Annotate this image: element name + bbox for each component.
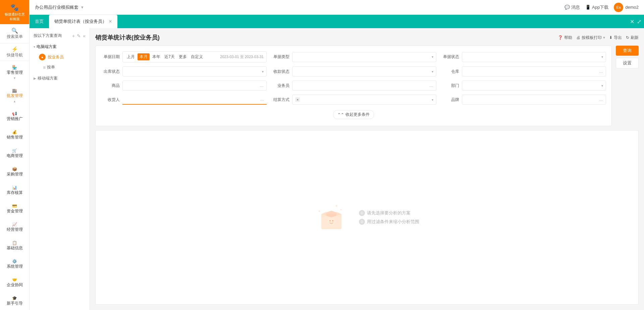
empty-tip-2: ② 用过滤条件来缩小分析范围 <box>359 219 419 225</box>
tab-bar-actions: ✕ ⤢ <box>630 18 644 25</box>
empty-state-inner: ✦ ✦ ✦ ① 请先选择要分析的方案 ② 用过滤条件来缩小分析 <box>315 201 419 234</box>
tab-sales-report[interactable]: 销货单统计表（按业务员） ✕ <box>49 15 117 28</box>
date-btn-this-month[interactable]: 本月 <box>138 53 150 60</box>
sidebar-item-basic[interactable]: 📋 基础信息 <box>0 237 29 255</box>
salesperson-more-icon[interactable]: … <box>429 83 433 88</box>
goods-more-icon[interactable]: … <box>260 83 264 88</box>
sidebar-item-sales[interactable]: 💰 销售管理 <box>0 126 29 144</box>
warehouse-more-icon[interactable]: … <box>599 69 603 74</box>
sidebar-item-newbie[interactable]: 🎓 新手引导 <box>0 292 29 310</box>
avatar: Ea <box>614 3 623 12</box>
mobile-plan-group[interactable]: ▶ 移动端方案 <box>30 73 90 83</box>
logo-text: 畅捷通好生意 <box>1 12 28 17</box>
pay-status-input[interactable]: ▾ <box>292 66 436 76</box>
doc-status-label: 单据状态 <box>440 54 459 60</box>
dept-field: 部门 ▾ <box>440 81 606 91</box>
date-btn-this-year[interactable]: 本年 <box>151 53 162 60</box>
salesperson-input[interactable]: … <box>292 81 436 91</box>
date-btn-last-month[interactable]: 上月 <box>125 53 136 60</box>
settle-clear-tag[interactable]: × <box>295 97 300 102</box>
filter-row-3: 商品 … 业务员 … 部门 <box>101 81 606 91</box>
doc-status-dropdown-icon: ▾ <box>601 55 603 59</box>
tab-home[interactable]: 首页 <box>30 15 49 28</box>
plan-item-salesperson[interactable]: ● 按业务员 <box>30 52 90 62</box>
doc-type-input[interactable]: ▾ <box>292 52 436 62</box>
warehouse-input[interactable]: … <box>462 66 606 76</box>
dept-input[interactable]: ▾ <box>462 81 606 91</box>
date-input[interactable]: 上月 本月 本年 近7天 更多 自定义 2023-03-01 至 2023-03… <box>122 51 267 62</box>
export-btn[interactable]: ⬇ 导出 <box>609 35 622 41</box>
sidebar-item-operations[interactable]: 📈 经营管理 <box>0 218 29 237</box>
settings-btn[interactable]: 设置 <box>616 58 639 68</box>
tab-expand-icon[interactable]: ⤢ <box>637 18 641 25</box>
sidebar-item-enterprise[interactable]: 🤝 企业协同 <box>0 273 29 292</box>
sidebar-item-retail[interactable]: 🏪 零售管理 ▾ <box>0 61 29 84</box>
date-btn-more[interactable]: 更多 <box>177 53 188 60</box>
sidebar-item-marketing[interactable]: 📢 营销推广 <box>0 107 29 126</box>
brand-input[interactable]: … <box>462 95 606 105</box>
app-download-btn[interactable]: 📱 App下载 <box>585 4 608 10</box>
sidebar-search[interactable]: 🔍 搜索菜单 <box>0 24 29 43</box>
panel-collapse-icon[interactable]: « <box>83 33 86 39</box>
empty-state: ✦ ✦ ✦ ① 请先选择要分析的方案 ② 用过滤条件来缩小分析 <box>95 130 639 305</box>
filter-row-2: 出库状态 ▾ 收款状态 ▾ 仓库 <box>101 66 606 76</box>
goods-input[interactable]: … <box>122 81 267 91</box>
date-btn-custom[interactable]: 自定义 <box>190 53 204 60</box>
receiver-input[interactable]: … <box>122 95 267 105</box>
message-btn[interactable]: 💬 消息 <box>565 4 580 10</box>
home-label: 首页 <box>35 18 44 24</box>
query-btn[interactable]: 查询 <box>616 46 639 56</box>
tip2-text: 用过滤条件来缩小分析范围 <box>367 219 419 225</box>
sales-icon: 💰 <box>1 130 28 135</box>
collapse-btn[interactable]: ⌃⌃ 收起更多条件 <box>333 110 374 119</box>
app-download-icon: 📱 <box>585 5 591 10</box>
sidebar-item-wholesale[interactable]: 🏬 批发管理 ▴ <box>0 84 29 107</box>
header-right: 💬 消息 📱 App下载 Ea demo2 <box>565 3 639 12</box>
search-label: 搜索菜单 <box>0 34 29 40</box>
sidebar-item-inventory[interactable]: 📊 库存核算 <box>0 181 29 200</box>
tab-close-icon[interactable]: ✕ <box>109 19 112 24</box>
filter-row-1: 单据日期 上月 本月 本年 近7天 更多 自定义 20 <box>101 51 606 62</box>
print-label: 按模板打印 <box>582 35 602 41</box>
pay-status-field: 收款状态 ▾ <box>271 66 436 76</box>
warehouse-field: 仓库 … <box>440 66 606 76</box>
tab-close-all-icon[interactable]: ✕ <box>630 18 634 25</box>
help-btn[interactable]: ❓ 帮助 <box>558 35 572 41</box>
sidebar-item-purchase[interactable]: 📦 采购管理 <box>0 163 29 181</box>
out-status-field: 出库状态 ▾ <box>101 66 267 76</box>
panel-add-icon[interactable]: + <box>72 33 75 39</box>
filter-card: 单据日期 上月 本月 本年 近7天 更多 自定义 20 <box>95 46 612 126</box>
breadcrumb-text: 办公用品行业模拟账套 <box>35 4 78 10</box>
receiver-more-icon[interactable]: … <box>260 97 264 102</box>
filter-action-row: 单据日期 上月 本月 本年 近7天 更多 自定义 20 <box>95 46 639 126</box>
sidebar-item-system[interactable]: ⚙️ 系统管理 <box>0 255 29 273</box>
date-btn-last-7[interactable]: 近7天 <box>163 53 176 60</box>
brand-field: 品牌 … <box>440 95 606 105</box>
empty-tip-1: ① 请先选择要分析的方案 <box>359 210 419 216</box>
out-status-input[interactable]: ▾ <box>122 66 267 76</box>
sidebar-item-finance[interactable]: 💳 资金管理 <box>0 200 29 218</box>
purchase-label: 采购管理 <box>1 171 28 177</box>
settle-tag-x[interactable]: × <box>297 98 299 102</box>
brand-more-icon[interactable]: … <box>599 97 603 102</box>
plan-item-by-order[interactable]: ≡ 按单 <box>30 62 90 72</box>
print-btn[interactable]: 🖨 按模板打印 ▾ <box>576 35 605 41</box>
settle-input[interactable]: × ▾ <box>292 95 436 105</box>
user-menu-btn[interactable]: Ea demo2 <box>614 3 639 12</box>
doc-status-input[interactable]: ▾ <box>462 52 606 62</box>
panel-title: 按以下方案查询 <box>34 33 62 39</box>
out-status-label: 出库状态 <box>101 69 120 74</box>
sidebar: 🐾 畅捷通好生意 标账版 🔍 搜索菜单 ⚡ 快捷导航 🏪 零售管理 ▾ 🏬 批发… <box>0 0 30 310</box>
sidebar-quick-nav[interactable]: ⚡ 快捷导航 <box>0 43 29 61</box>
app-logo[interactable]: 🐾 畅捷通好生意 标账版 <box>0 0 29 24</box>
panel-edit-icon[interactable]: ✎ <box>77 33 81 39</box>
refresh-btn[interactable]: ↻ 刷新 <box>626 35 639 41</box>
goods-field: 商品 … <box>101 81 267 91</box>
inventory-icon: 📊 <box>1 185 28 190</box>
sidebar-item-ecommerce[interactable]: 🛒 电商管理 <box>0 144 29 163</box>
pc-plan-group-header[interactable]: ▾ 电脑端方案 <box>30 42 90 52</box>
out-status-dropdown-icon: ▾ <box>262 70 264 73</box>
breadcrumb-dropdown-icon[interactable]: ▾ <box>81 5 84 10</box>
collapse-row: ⌃⌃ 收起更多条件 <box>101 109 606 120</box>
filter-row-4: 收货人 … 结算方式 × ▾ <box>101 95 606 105</box>
